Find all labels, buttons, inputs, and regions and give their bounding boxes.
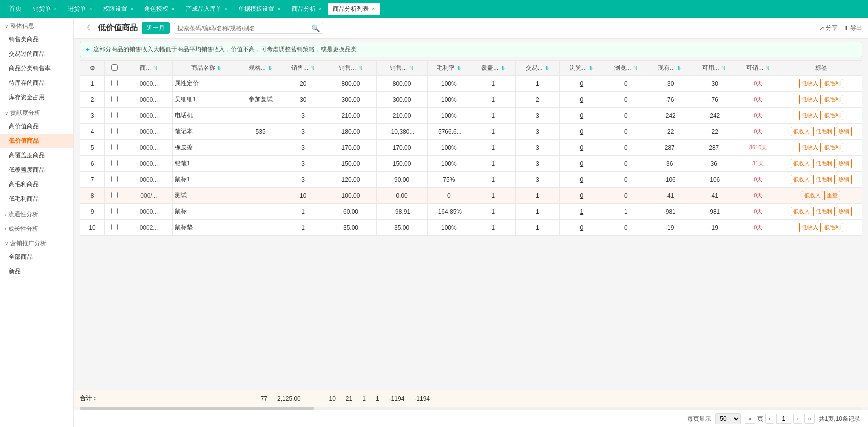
sidebar-item-category-rate[interactable]: 商品分类销售率: [0, 61, 73, 76]
col-header-cover[interactable]: 覆盖... ⇅: [471, 61, 515, 76]
close-icon[interactable]: ×: [319, 6, 322, 12]
view-link[interactable]: 0: [580, 112, 583, 119]
col-header-sell[interactable]: 可销... ⇅: [736, 61, 780, 76]
prev-page-button[interactable]: ‹: [765, 414, 774, 424]
per-page-select[interactable]: 50 20 100: [715, 413, 741, 424]
sidebar-item-low-coverage[interactable]: 低覆盖度商品: [0, 163, 73, 177]
cell-check[interactable]: [105, 156, 125, 172]
col-header-sales-amt[interactable]: 销售... ⇅: [325, 61, 376, 76]
sidebar-group-contribution[interactable]: ∨ 贡献度分析: [0, 105, 73, 119]
col-header-sales-other[interactable]: 销售... ⇅: [376, 61, 427, 76]
sidebar-group-growth[interactable]: › 成长性分析: [0, 221, 73, 235]
settings-icon[interactable]: ⚙: [90, 65, 95, 72]
share-button[interactable]: ↗ 分享: [819, 24, 838, 32]
row-checkbox[interactable]: [111, 96, 118, 102]
export-button[interactable]: ⬆ 导出: [844, 24, 862, 32]
sidebar-item-high-profit[interactable]: 高毛利商品: [0, 177, 73, 192]
view-link[interactable]: 0: [580, 144, 583, 151]
view-link[interactable]: 0: [580, 80, 583, 87]
col-header-trade[interactable]: 交易... ⇅: [515, 61, 559, 76]
sidebar-item-new-goods[interactable]: 新品: [0, 264, 73, 279]
col-header-code[interactable]: 商... ⇅: [125, 61, 172, 76]
col-header-margin[interactable]: 毛利率 ⇅: [427, 61, 471, 76]
col-header-spec[interactable]: 规格... ⇅: [240, 61, 281, 76]
cell-view1[interactable]: 0: [560, 172, 604, 188]
tag-heavy[interactable]: 重量: [824, 191, 840, 200]
col-header-name[interactable]: 商品名称 ⇅: [173, 61, 240, 76]
row-checkbox[interactable]: [111, 224, 118, 230]
nav-sales-order[interactable]: 销货单 ×: [28, 3, 62, 15]
row-checkbox[interactable]: [111, 80, 118, 86]
cell-check[interactable]: [105, 140, 125, 156]
search-input[interactable]: [177, 25, 309, 32]
nav-template-settings[interactable]: 单据模板设置 ×: [233, 3, 285, 15]
close-icon[interactable]: ×: [277, 6, 280, 12]
cell-view1[interactable]: 0: [560, 108, 604, 124]
next-page-button[interactable]: ›: [793, 414, 802, 424]
period-button[interactable]: 近一月: [142, 22, 170, 34]
cell-check[interactable]: [105, 76, 125, 92]
col-header-avail[interactable]: 可用... ⇅: [692, 61, 736, 76]
row-checkbox[interactable]: [111, 144, 118, 150]
close-icon[interactable]: ×: [171, 6, 174, 12]
col-header-view1[interactable]: 浏览... ⇅: [560, 61, 604, 76]
row-checkbox[interactable]: [111, 112, 118, 118]
close-icon[interactable]: ×: [89, 6, 92, 12]
cell-check[interactable]: [105, 124, 125, 140]
view-link[interactable]: 0: [580, 96, 583, 103]
cell-view1[interactable]: 0: [560, 220, 604, 236]
close-icon[interactable]: ×: [54, 6, 57, 12]
row-checkbox[interactable]: [111, 176, 118, 182]
nav-purchase[interactable]: 进货单 ×: [63, 3, 97, 15]
cell-view1[interactable]: 0: [560, 124, 604, 140]
nav-role-auth[interactable]: 角色授权 ×: [139, 3, 179, 15]
cell-view1[interactable]: 0: [560, 76, 604, 92]
sidebar-group-circulation[interactable]: › 流通性分析: [0, 206, 73, 221]
select-all-checkbox[interactable]: [111, 64, 118, 71]
col-header-sales-qty[interactable]: 销售... ⇅: [281, 61, 325, 76]
sidebar-item-traded-goods[interactable]: 交易过的商品: [0, 47, 73, 61]
close-icon[interactable]: ×: [224, 6, 227, 12]
row-checkbox[interactable]: [111, 128, 118, 134]
close-icon[interactable]: ×: [130, 6, 133, 12]
col-header-curr[interactable]: 现有... ⇅: [648, 61, 692, 76]
col-header-view2[interactable]: 浏览... ⇅: [604, 61, 648, 76]
nav-product-analysis-list[interactable]: 商品分析列表 ×: [328, 3, 380, 15]
cell-view1[interactable]: 0: [560, 188, 604, 204]
sidebar-item-sales-goods[interactable]: 销售类商品: [0, 32, 73, 47]
nav-product-analysis[interactable]: 商品分析 ×: [287, 3, 327, 15]
nav-product-entry[interactable]: 产成品入库单 ×: [181, 3, 232, 15]
sidebar-item-low-profit[interactable]: 低毛利商品: [0, 192, 73, 206]
page-number-input[interactable]: [776, 414, 791, 424]
sidebar-item-high-coverage[interactable]: 高覆盖度商品: [0, 148, 73, 163]
nav-home[interactable]: 首页: [4, 2, 27, 15]
row-checkbox[interactable]: [111, 160, 118, 166]
search-icon[interactable]: 🔍: [311, 24, 320, 32]
cell-view1[interactable]: 1: [560, 204, 604, 220]
last-page-button[interactable]: »: [804, 414, 815, 424]
col-header-idx[interactable]: ⚙: [80, 61, 105, 76]
sidebar-item-low-value[interactable]: 低价值商品: [0, 134, 73, 148]
view-link[interactable]: 0: [580, 160, 583, 167]
col-header-tag[interactable]: 标签: [780, 61, 862, 76]
cell-check[interactable]: [105, 220, 125, 236]
collapse-button[interactable]: 《: [80, 22, 94, 34]
sidebar-group-marketing[interactable]: ∨ 营销推广分析: [0, 235, 73, 250]
sidebar-group-overall[interactable]: ∨ 整体信息: [0, 18, 73, 32]
sidebar-item-all-goods[interactable]: 全部商品: [0, 250, 73, 264]
first-page-button[interactable]: «: [745, 414, 755, 424]
cell-check[interactable]: [105, 188, 125, 204]
row-checkbox[interactable]: [111, 192, 118, 198]
view-link[interactable]: 0: [580, 224, 583, 231]
nav-permissions[interactable]: 权限设置 ×: [98, 3, 138, 15]
view-link[interactable]: 0: [580, 176, 583, 183]
view-link[interactable]: 0: [580, 192, 583, 199]
cell-view1[interactable]: 0: [560, 92, 604, 108]
view-link[interactable]: 0: [580, 128, 583, 135]
close-icon[interactable]: ×: [372, 6, 375, 12]
cell-check[interactable]: [105, 204, 125, 220]
cell-view1[interactable]: 0: [560, 156, 604, 172]
sidebar-item-inventory-funds[interactable]: 库存资金占用: [0, 90, 73, 105]
cell-check[interactable]: [105, 92, 125, 108]
cell-view1[interactable]: 0: [560, 140, 604, 156]
